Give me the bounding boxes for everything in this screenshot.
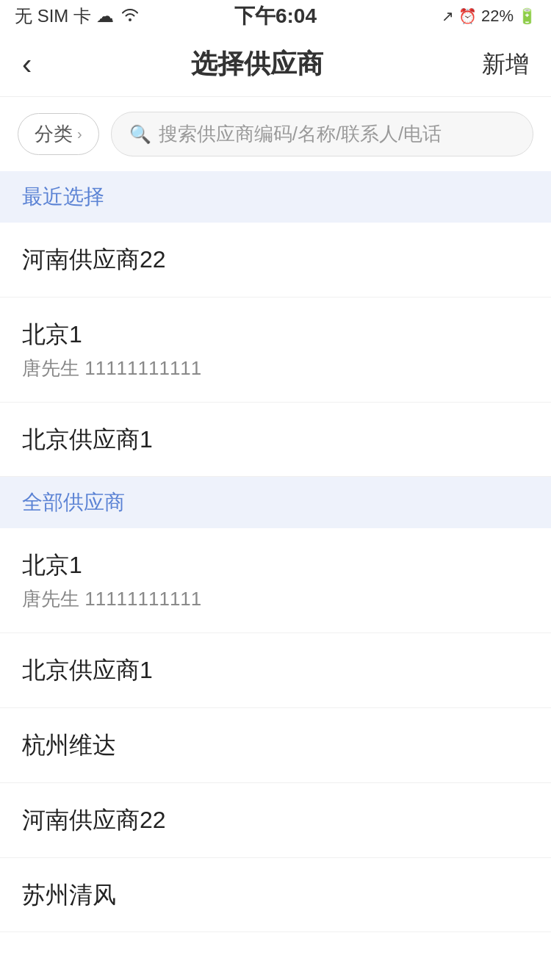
search-placeholder: 搜索供应商编码/名称/联系人/电话 [159,121,442,147]
nav-bar: ‹ 选择供应商 新增 [0,32,551,97]
item-name: 河南供应商22 [22,804,529,837]
category-filter-button[interactable]: 分类 › [18,113,99,155]
item-name: 河南供应商22 [22,243,529,276]
item-sub: 唐先生 11111111111 [22,356,529,381]
status-time: 下午6:04 [234,2,317,30]
item-name: 北京供应商1 [22,423,529,456]
list-item[interactable]: 北京供应商1 [0,403,551,478]
all-list: 北京1唐先生 11111111111北京供应商1杭州维达河南供应商22苏州清风 [0,528,551,932]
status-bar: 无 SIM 卡 ☁ 下午6:04 ↗ ⏰ 22% 🔋 [0,0,551,32]
page-title: 选择供应商 [191,46,323,82]
item-name: 北京供应商1 [22,654,529,687]
item-sub: 唐先生 11111111111 [22,586,529,612]
item-name: 苏州清风 [22,879,529,912]
chevron-right-icon: › [77,126,82,143]
all-section-header: 全部供应商 [0,477,551,528]
list-item[interactable]: 北京1唐先生 11111111111 [0,528,551,633]
location-icon: ↗ [442,7,454,25]
battery-text: 22% [481,7,514,26]
list-item[interactable]: 河南供应商22 [0,223,551,298]
recent-list: 河南供应商22北京1唐先生 11111111111北京供应商1 [0,223,551,477]
search-icon: 🔍 [129,124,151,145]
list-item[interactable]: 苏州清风 [0,858,551,933]
battery-icon: 🔋 [518,7,536,25]
list-item[interactable]: 河南供应商22 [0,783,551,858]
list-item[interactable]: 北京供应商1 [0,633,551,708]
alarm-icon: ⏰ [458,7,477,25]
status-right: ↗ ⏰ 22% 🔋 [442,7,536,26]
list-item[interactable]: 北京1唐先生 11111111111 [0,298,551,403]
add-button[interactable]: 新增 [482,48,529,81]
no-sim-text: 无 SIM 卡 ☁ [15,4,114,28]
item-name: 北京1 [22,318,529,351]
item-name: 杭州维达 [22,729,529,762]
list-item[interactable]: 杭州维达 [0,708,551,783]
search-box[interactable]: 🔍 搜索供应商编码/名称/联系人/电话 [111,112,533,156]
wifi-icon [120,6,140,26]
filter-bar: 分类 › 🔍 搜索供应商编码/名称/联系人/电话 [0,97,551,171]
recent-section-header: 最近选择 [0,171,551,223]
category-label: 分类 [35,121,73,147]
back-button[interactable]: ‹ [22,48,32,81]
status-left: 无 SIM 卡 ☁ [15,4,140,28]
item-name: 北京1 [22,549,529,582]
